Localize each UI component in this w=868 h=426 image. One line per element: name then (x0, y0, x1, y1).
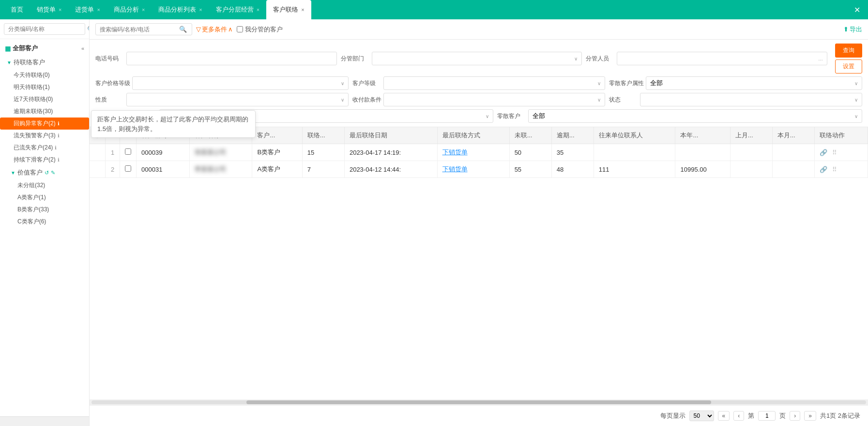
all-customers-header[interactable]: ▦ 全部客户 « (0, 41, 89, 56)
close-customer-contact-icon[interactable]: × (301, 7, 304, 13)
row1-last-method[interactable]: 下销货单 (437, 144, 509, 161)
nav-item-sales[interactable]: 销货单 × (30, 0, 68, 19)
per-page-select[interactable]: 50 20 100 (689, 411, 714, 421)
scrollbar-thumb[interactable] (246, 400, 711, 404)
sidebar-item-repurchase-abnormal[interactable]: 回购异常客户(2) ℹ (0, 118, 89, 130)
row2-overdue: 48 (551, 161, 594, 178)
status-select[interactable]: ∨ (640, 93, 862, 106)
sidebar-item-declining[interactable]: 持续下滑客户(2) ℹ (0, 154, 89, 166)
sidebar-item-b-class[interactable]: B类客户(33) (4, 204, 89, 216)
last-page-btn[interactable]: » (804, 411, 816, 421)
status-label: 状态 (609, 96, 638, 104)
sidebar-search-input[interactable] (4, 23, 85, 35)
row2-actions[interactable]: 🔗 ⠿ (814, 161, 868, 178)
payment-select[interactable]: ∨ (383, 93, 606, 106)
edit-icon[interactable]: ✎ (51, 170, 55, 176)
pagination: 每页显示 50 20 100 « ‹ 第 页 › » 共1页 2条记录 (90, 405, 868, 426)
col-year-amount[interactable]: 本年... (675, 127, 730, 144)
person-select[interactable]: … (617, 52, 827, 65)
nav-item-analysis[interactable]: 商品分析 × (107, 0, 152, 19)
row2-menu-icon[interactable]: ⠿ (832, 166, 837, 173)
row1-check[interactable] (120, 144, 137, 161)
col-last-month[interactable]: 上月... (730, 127, 772, 144)
sidebar-item-a-class[interactable]: A类客户(1) (4, 191, 89, 204)
close-analysis-list-icon[interactable]: × (199, 7, 202, 13)
row1-contact-person (594, 144, 675, 161)
nav-item-purchase[interactable]: 进货单 × (68, 0, 107, 19)
nav-label-customer-mgmt: 客户分层经营 (216, 5, 254, 14)
info-icon-declining: ℹ (58, 157, 60, 162)
nav-label-analysis-list: 商品分析列表 (158, 5, 196, 14)
close-customer-mgmt-icon[interactable]: × (257, 7, 259, 13)
row1-last-date: 2023-04-17 14:19: (344, 144, 437, 161)
sidebar-collapse-btn[interactable]: « (81, 45, 84, 51)
prev-page-btn[interactable]: ‹ (733, 411, 744, 421)
window-close-button[interactable]: ✕ (850, 5, 864, 15)
export-label: 导出 (850, 25, 862, 34)
col-last-date[interactable]: 最后联络日期 (344, 127, 437, 144)
sidebar-item-today[interactable]: 今天待联络(0) (0, 69, 89, 81)
row2-checkbox[interactable] (125, 165, 131, 172)
row1-checkbox[interactable] (125, 148, 131, 155)
row2-name: 李某某公司 (189, 161, 252, 178)
value-customers-label: 价值客户 (17, 168, 43, 177)
filter-dept: 分管部门 ∨ (341, 52, 582, 65)
toolbar: 🔍 ▽ 更多条件 ∧ 我分管的客户 ⬆ 导出 (90, 19, 868, 40)
sidebar-item-tomorrow[interactable]: 明天待联络(1) (0, 81, 89, 93)
row2-link-icon[interactable]: 🔗 (820, 166, 827, 173)
nav-item-customer-contact[interactable]: 客户联络 × (266, 0, 311, 19)
row2-check[interactable] (120, 161, 137, 178)
edit-icons: ↺ ✎ (45, 170, 55, 176)
nav-item-analysis-list[interactable]: 商品分析列表 × (152, 0, 209, 19)
nav-item-customer-mgmt[interactable]: 客户分层经营 × (209, 0, 266, 19)
sidebar-item-7days[interactable]: 近7天待联络(0) (0, 93, 89, 105)
close-sales-icon[interactable]: × (59, 7, 61, 13)
dept-select[interactable]: ∨ (372, 52, 582, 65)
sidebar-item-ungrouped[interactable]: 未分组(32) (4, 179, 89, 191)
close-analysis-icon[interactable]: × (142, 7, 145, 13)
export-btn[interactable]: ⬆ 导出 (843, 25, 862, 34)
col-this-month[interactable]: 本月... (772, 127, 814, 144)
row2-last-method[interactable]: 下销货单 (437, 161, 509, 178)
nav-item-home[interactable]: 首页 (4, 0, 30, 19)
next-page-btn[interactable]: › (790, 411, 800, 421)
main-search-input[interactable] (100, 26, 177, 33)
col-last-method[interactable]: 最后联络方式 (437, 127, 509, 144)
sidebar-item-overdue[interactable]: 逾期未联络(30) (0, 105, 89, 118)
row1-link-icon[interactable]: 🔗 (820, 149, 827, 156)
value-customers-header[interactable]: ▼ 价值客户 ↺ ✎ (4, 166, 89, 179)
price-level-arrow: ∨ (341, 81, 344, 86)
col-overdue[interactable]: 逾期... (551, 127, 594, 144)
search-icon-main[interactable]: 🔍 (179, 26, 187, 33)
row1-actions[interactable]: 🔗 ⠿ (814, 144, 868, 161)
close-purchase-icon[interactable]: × (97, 7, 100, 13)
col-level[interactable]: 客户... (252, 127, 302, 144)
phone-input[interactable] (126, 52, 337, 65)
filter-retail-attr: 零散客户属性 全部 ∨ (609, 76, 862, 90)
more-conditions-btn[interactable]: ▽ 更多条件 ∧ (196, 25, 233, 34)
filter-gender: 性质 ∨ (95, 93, 349, 106)
col-unlinkd[interactable]: 未联... (509, 127, 551, 144)
refresh-icon[interactable]: ↺ (45, 170, 49, 176)
price-level-select[interactable]: ∨ (132, 76, 349, 90)
page-input[interactable] (758, 411, 776, 421)
sidebar-item-loss-warning[interactable]: 流失预警客户(3) ℹ (0, 130, 89, 142)
retail-attr-select[interactable]: 全部 ∨ (646, 76, 862, 90)
customer-level-select[interactable]: ∨ (383, 76, 606, 90)
retail-customer-select[interactable]: 全部 ∨ (528, 109, 862, 123)
row1-menu-icon[interactable]: ⠿ (832, 149, 837, 156)
pending-contact-header[interactable]: ▼ 待联络客户 (0, 56, 89, 69)
table-scroll[interactable]: ⚙ 客户编码 客户名称 客户... 联络... 最后联络日期 最后联络方式 未联 (90, 127, 868, 399)
sidebar-item-c-class[interactable]: C类客户(6) (4, 216, 89, 228)
gender-select[interactable]: ∨ (126, 93, 349, 106)
my-customers-checkbox[interactable] (237, 26, 243, 32)
col-contact-person[interactable]: 往来单位联系人 (594, 127, 675, 144)
horizontal-scrollbar[interactable] (90, 399, 868, 405)
sidebar-item-lost[interactable]: 已流失客户(24) ℹ (0, 142, 89, 154)
my-customers-filter[interactable]: 我分管的客户 (237, 25, 283, 34)
col-contact-count[interactable]: 联络... (302, 127, 344, 144)
row2-contact-count: 7 (302, 161, 344, 178)
first-page-btn[interactable]: « (718, 411, 730, 421)
query-button[interactable]: 查询 (835, 44, 862, 58)
settings-button[interactable]: 设置 (835, 59, 862, 73)
